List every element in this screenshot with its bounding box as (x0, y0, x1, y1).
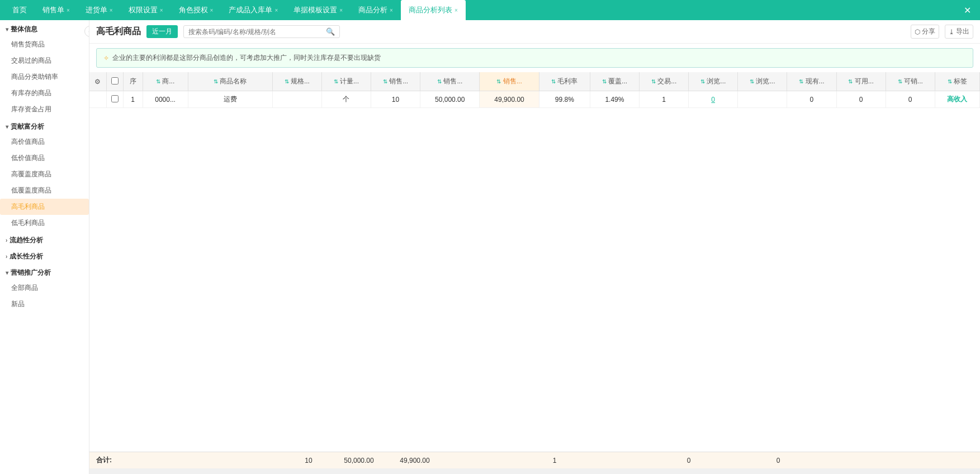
select-all-checkbox[interactable] (111, 77, 119, 85)
sidebar-item-low-margin[interactable]: 低毛利商品 (0, 215, 89, 231)
nav-permission-settings[interactable]: 权限设置 × (121, 0, 171, 20)
sidebar-item-low-value[interactable]: 低价值商品 (0, 150, 89, 166)
row-views2 (738, 91, 787, 108)
sidebar-group-overall[interactable]: ▾ 整体信息 (0, 20, 89, 36)
close-product-analysis[interactable]: × (390, 7, 393, 13)
close-all-tabs[interactable]: ✕ (959, 5, 976, 16)
col-views2[interactable]: ⇅ 浏览... (738, 72, 787, 91)
sort-icon-views2: ⇅ (750, 78, 754, 85)
nav-home[interactable]: 首页 (4, 0, 35, 20)
footer-sellable-stock: 0 (756, 457, 801, 464)
close-template-settings[interactable]: × (339, 7, 343, 13)
sidebar-group-trend[interactable]: › 流趋性分析 (0, 231, 89, 247)
search-icon[interactable]: 🔍 (326, 27, 335, 36)
col-checkbox (106, 72, 123, 91)
col-code[interactable]: ⇅ 商... (143, 72, 188, 91)
col-sales-profit[interactable]: ⇅ 销售... (480, 72, 539, 91)
nav-product-analysis[interactable]: 商品分析 × (351, 0, 401, 20)
close-sales-order[interactable]: × (67, 7, 70, 13)
arrow-growth: › (6, 254, 7, 260)
sidebar-item-stock-capital[interactable]: 库存资金占用 (0, 101, 89, 118)
close-product-inbound[interactable]: × (274, 7, 278, 13)
arrow-overall: ▾ (6, 26, 8, 32)
sort-icon-views1: ⇅ (700, 78, 705, 85)
col-name[interactable]: ⇅ 商品名称 (188, 72, 272, 91)
header-actions: ⬡ 分享 ⤓ 导出 (911, 25, 973, 39)
sort-icon-name: ⇅ (214, 78, 218, 85)
sidebar-item-high-value[interactable]: 高价值商品 (0, 134, 89, 150)
nav-purchase-order[interactable]: 进货单 × (78, 0, 121, 20)
row-settings[interactable] (89, 91, 106, 108)
table-header-row: ⚙ 序 ⇅ 商... ⇅ 商品名称 (89, 72, 980, 91)
nav-product-inbound[interactable]: 产成品入库单 × (221, 0, 286, 20)
sidebar-group-marketing[interactable]: ▾ 营销推广分析 (0, 264, 89, 280)
col-current-stock[interactable]: ⇅ 现有... (787, 72, 836, 91)
table-body: 1 0000... 运费 个 10 50,000.00 49,900.00 99… (89, 91, 980, 108)
row-coverage: 1.49% (590, 91, 639, 108)
arrow-trend: › (6, 237, 7, 243)
arrow-contribution: ▾ (6, 124, 8, 130)
row-current-stock: 0 (787, 91, 836, 108)
settings-icon[interactable]: ⚙ (94, 78, 101, 86)
footer-transactions: 1 (532, 457, 577, 464)
col-unit[interactable]: ⇅ 计量... (321, 72, 371, 91)
time-filter-button[interactable]: 近一月 (146, 25, 178, 38)
sidebar-item-category-sales-rate[interactable]: 商品分类助销率 (0, 69, 89, 85)
col-spec[interactable]: ⇅ 规格... (272, 72, 321, 91)
row-select-checkbox[interactable] (111, 95, 119, 102)
nav-role-auth[interactable]: 角色授权 × (171, 0, 221, 20)
col-views1[interactable]: ⇅ 浏览... (689, 72, 738, 91)
row-available-stock: 0 (836, 91, 886, 108)
col-sales-qty[interactable]: ⇅ 销售... (371, 72, 420, 91)
main-layout: « ▾ 整体信息 销售货商品 交易过的商品 商品分类助销率 有库存的商品 库存资… (0, 20, 980, 474)
row-name: 运费 (188, 91, 272, 108)
nav-sales-order[interactable]: 销售单 × (35, 0, 78, 20)
row-code: 0000... (143, 91, 188, 108)
sidebar-item-in-stock-goods[interactable]: 有库存的商品 (0, 85, 89, 101)
share-button[interactable]: ⬡ 分享 (911, 25, 939, 39)
row-spec (272, 91, 321, 108)
col-settings[interactable]: ⚙ (89, 72, 106, 91)
row-transactions: 1 (640, 91, 689, 108)
row-views1[interactable]: 0 (689, 91, 738, 108)
arrow-marketing: ▾ (6, 270, 8, 276)
nav-product-analysis-list[interactable]: 商品分析列表 × (401, 0, 466, 20)
col-transactions[interactable]: ⇅ 交易... (640, 72, 689, 91)
sidebar-item-high-coverage[interactable]: 高覆盖度商品 (0, 166, 89, 182)
footer-sales-profit: 49,900.00 (387, 457, 443, 464)
footer-coverage-empty (487, 457, 532, 464)
col-available-stock[interactable]: ⇅ 可用... (836, 72, 886, 91)
close-permission-settings[interactable]: × (160, 7, 163, 13)
sort-icon-cur-stock: ⇅ (799, 78, 803, 85)
sidebar-item-low-coverage[interactable]: 低覆盖度商品 (0, 182, 89, 199)
sidebar-group-contribution[interactable]: ▾ 贡献富分析 (0, 118, 89, 134)
footer-sales-amount: 50,000.00 (331, 457, 387, 464)
sort-icon: ⇅ (156, 78, 160, 85)
sidebar-item-traded-goods[interactable]: 交易过的商品 (0, 53, 89, 69)
search-input[interactable] (188, 28, 324, 36)
row-margin-rate: 99.8% (539, 91, 590, 108)
sidebar-group-growth[interactable]: › 成长性分析 (0, 247, 89, 264)
col-tag[interactable]: ⇅ 标签 (935, 72, 979, 91)
footer-current-stock: 0 (666, 457, 711, 464)
bottom-scrollbar[interactable] (89, 468, 980, 474)
sort-icon-tag: ⇅ (948, 78, 952, 85)
sort-icon-amount: ⇅ (437, 78, 442, 85)
row-checkbox[interactable] (106, 91, 123, 108)
col-sellable-stock[interactable]: ⇅ 可销... (886, 72, 935, 91)
col-coverage[interactable]: ⇅ 覆盖... (590, 72, 639, 91)
sort-icon-profit: ⇅ (496, 78, 501, 85)
export-button[interactable]: ⤓ 导出 (945, 25, 973, 39)
footer-sales-qty: 10 (286, 457, 331, 464)
export-icon: ⤓ (949, 28, 954, 36)
sidebar-item-high-margin[interactable]: 高毛利商品 (0, 199, 89, 215)
sidebar-item-sales-goods[interactable]: 销售货商品 (0, 36, 89, 53)
close-role-auth[interactable]: × (210, 7, 214, 13)
close-purchase-order[interactable]: × (110, 7, 113, 13)
sidebar-item-all-goods[interactable]: 全部商品 (0, 280, 89, 296)
sidebar-item-new-goods[interactable]: 新品 (0, 296, 89, 312)
nav-template-settings[interactable]: 单据模板设置 × (286, 0, 351, 20)
col-margin-rate[interactable]: ⇅ 毛利率 (539, 72, 590, 91)
col-sales-amount[interactable]: ⇅ 销售... (420, 72, 480, 91)
close-product-analysis-list[interactable]: × (455, 7, 458, 13)
